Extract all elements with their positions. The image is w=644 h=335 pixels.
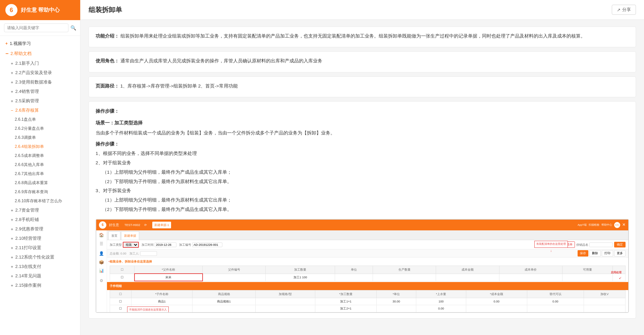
main-content: 组装拆卸单 ↗ 分享 功能介绍： 组装拆卸单用来处理企业组装或拆卸等加工业务，支… (80, 0, 644, 335)
inner-confirm-btn[interactable]: 确定 (614, 242, 626, 247)
inner-new-doc-btn[interactable]: 新建单据-1 (152, 222, 171, 228)
expand-icon: + (11, 70, 13, 75)
inner-app: 6 好生意 TEST-H002 ⟳ 新建单据-1 AppT端 扫描检验 帮助中心… (96, 219, 629, 313)
sidebar-item-assembly[interactable]: 2.6.4组装拆卸单 (0, 142, 80, 151)
path-text: 页面路径： 1、库存核算->库存管理->组装拆卸单 2、首页->常用功能 (96, 82, 629, 90)
sidebar-item-other-out[interactable]: 2.6.7其他出库单 (0, 169, 80, 178)
lcell-replace1: 0.00 (527, 298, 584, 305)
inner-type-select[interactable]: 组装 拆卸 (123, 242, 139, 248)
inner-lower-grid-label-row: 子件明细 (107, 282, 628, 290)
page-title: 组装拆卸单 (89, 5, 122, 14)
sidebar-item-other-in[interactable]: 2.6.6其他入库单 (0, 160, 80, 169)
sidebar-item-partial-stocktake[interactable]: 2.6.2分量盘点单 (0, 124, 80, 133)
inner-icon-appt: AppT端 (578, 223, 587, 227)
inner-delete-btn[interactable]: 删除 (589, 250, 601, 257)
search-icon[interactable]: 🔍 (70, 25, 76, 31)
sidebar-item-cost-adj[interactable]: 2.6.5成本调整单 (0, 151, 80, 160)
inner-content-wrap: 🏠 ☰ 👤 📦 📊 ⚙ 首页 新建单据 (96, 230, 628, 312)
inner-icon-list[interactable]: ☰ (100, 240, 103, 248)
inner-no-input[interactable] (192, 242, 222, 247)
sidebar-item-stocktake[interactable]: 2.6.1盘点单 (0, 115, 80, 124)
sidebar-item-operations[interactable]: + 2.10经营管理 (0, 234, 80, 243)
sidebar-item-video-learning[interactable]: + 1.视频学习 (0, 39, 80, 49)
lcell-name1: 商品1 (131, 298, 192, 305)
inner-icon-chart[interactable]: 📊 (99, 267, 104, 275)
nav-label: 2.4销售管理 (15, 89, 39, 95)
annot-ziyong-arrow: ↙ (619, 275, 622, 281)
lcol-replace: 替代可以 (527, 290, 584, 298)
inner-upper-grid-label: 组装业务、拆卸业务在这里选择 (110, 260, 152, 263)
share-label: 分享 (622, 7, 631, 13)
ops-steps-title: 操作步骤： (96, 107, 629, 115)
inner-worker-input[interactable] (140, 251, 157, 256)
inner-print-btn[interactable]: 打印 (602, 250, 613, 257)
lcol-spec-type: 加规格/型 (256, 290, 315, 298)
inner-action-btns: 保存 删除 打印 更多 (578, 250, 626, 257)
sidebar-item-purchase[interactable]: + 2.5采购管理 (0, 96, 80, 106)
lcell-unit2 (376, 305, 416, 312)
lcol-cost: *成本金额 (466, 290, 527, 298)
main-header: 组装拆卸单 ↗ 分享 (80, 0, 644, 20)
inner-icon-settings[interactable]: ⚙ (100, 277, 103, 285)
sidebar-item-cost-recalc[interactable]: 2.6.8商品成本重算 (0, 178, 80, 187)
sidebar-item-help-docs[interactable]: − 2.帮助文档 (0, 49, 80, 59)
expand-icon: + (11, 227, 13, 232)
col-parent-code: 父件编号 (203, 266, 266, 274)
sidebar-item-sales[interactable]: + 2.4销售管理 (0, 87, 80, 96)
sidebar-item-custom[interactable]: + 2.12系统个性化设置 (0, 253, 80, 262)
step2: 2、对于组装业务 (96, 159, 629, 167)
share-button[interactable]: ↗ 分享 (612, 5, 636, 15)
col-checkbox: ☐ (110, 266, 135, 274)
inner-type-label: 加工类型 (110, 242, 122, 247)
sidebar-item-inventory-ledger[interactable]: 2.6.9库存账本查询 (0, 187, 80, 197)
inner-close-icon[interactable]: ✕ (622, 221, 626, 229)
inner-save-btn[interactable]: 保存 (578, 250, 588, 257)
sidebar-item-newbie[interactable]: + 2.1新手入门 (0, 59, 80, 68)
lcell-qty1: 加工1+1 (315, 298, 376, 305)
expand-icon: + (11, 217, 13, 222)
search-box: 🔍 (0, 20, 80, 36)
step3-sub1: （1）上部明细为父件明细，最终作为原材料生成其它出库单； (102, 196, 629, 204)
inner-annot-arrow-left: ← (108, 258, 112, 265)
lcell-unit1: 30.00 (376, 298, 416, 305)
search-input[interactable] (4, 23, 68, 32)
sidebar-item-data-prep[interactable]: + 2.3使用前数据准备 (0, 77, 80, 87)
inner-topbar: 6 好生意 TEST-H002 ⟳ 新建单据-1 AppT端 扫描检验 帮助中心… (96, 220, 628, 230)
inner-toolbar-person-label: 加工人: (129, 251, 140, 256)
sidebar-item-cases[interactable]: + 2.15操作案例 (0, 281, 80, 290)
sidebar-item-online-pay[interactable]: + 2.13在线支付 (0, 262, 80, 271)
inner-icon-home[interactable]: 🏠 (99, 232, 104, 239)
lcell-spectype1 (256, 298, 315, 305)
col-cost-price: 成本单价 (499, 266, 562, 274)
expand-icon: + (11, 99, 13, 104)
lcell-check1: ☐ (110, 298, 131, 305)
lcol-qty: *加工数量 (315, 290, 376, 298)
inner-tab-new-doc[interactable]: 新建单据 (121, 231, 139, 240)
sidebar-item-finance[interactable]: + 2.7资金管理 (0, 206, 80, 215)
col-unit: 单位 (335, 266, 373, 274)
sidebar-item-install[interactable]: + 2.2产品安装及登录 (0, 68, 80, 77)
sidebar-item-transfer[interactable]: 2.6.3调拨单 (0, 133, 80, 142)
lcell-spectype2 (256, 305, 315, 312)
cell-parent-code (203, 274, 266, 281)
inner-supply-input[interactable] (589, 242, 613, 247)
inner-icon-user[interactable]: 👤 (99, 250, 104, 258)
inner-date-input[interactable] (155, 242, 176, 247)
sidebar-item-inventory-fix[interactable]: 2.6.10库存账本错了怎么办 (0, 197, 80, 206)
inner-no-field: 加工编号 (179, 242, 222, 247)
sidebar-item-mobile[interactable]: + 2.8手机旺铺 (0, 215, 80, 224)
lcell-spec1: 商品规格1 (193, 298, 256, 305)
screenshot-container: 6 好生意 TEST-H002 ⟳ 新建单据-1 AppT端 扫描检验 帮助中心… (96, 219, 629, 313)
lower-table-row: ☐ 商品1 商品规格1 加工1+1 30.00 100 0.00 (110, 298, 626, 305)
lcell-replace2 (527, 305, 584, 312)
inner-icon-box[interactable]: 📦 (99, 259, 104, 266)
sidebar-item-coupon[interactable]: + 2.9优惠券管理 (0, 224, 80, 234)
sidebar-item-faq[interactable]: + 2.14常见问题 (0, 271, 80, 281)
inner-left-icon-bar: 🏠 ☰ 👤 📦 📊 ⚙ (96, 230, 107, 312)
sidebar-item-print[interactable]: + 2.11打印设置 (0, 243, 80, 253)
expand-icon: + (5, 41, 8, 46)
inner-tab-home[interactable]: 首页 (108, 231, 120, 240)
inner-more-btn[interactable]: 更多 (614, 250, 626, 257)
col-process-qty: 加工数量 (266, 266, 335, 274)
sidebar-item-inventory[interactable]: − 2.6库存核算 (0, 106, 80, 115)
